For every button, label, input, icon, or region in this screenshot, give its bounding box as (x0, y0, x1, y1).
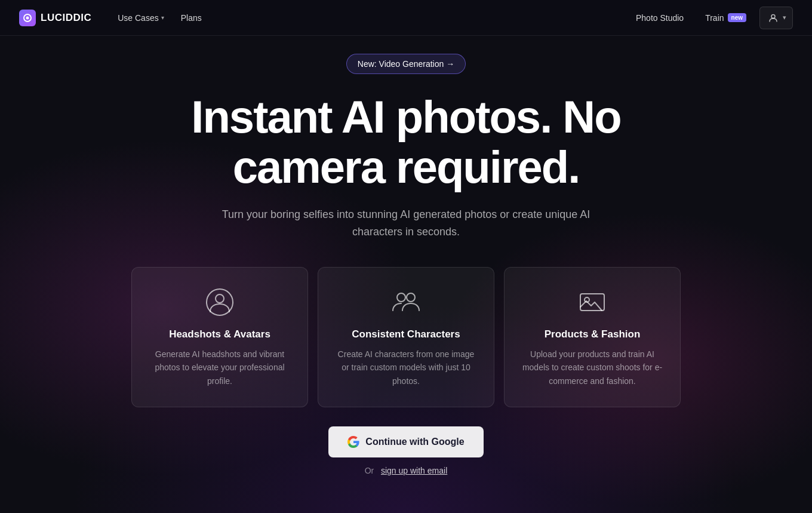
feature-cards: Headshots & Avatars Generate AI headshot… (131, 267, 681, 407)
card-products-desc: Upload your products and train AI models… (521, 348, 663, 388)
card-headshots-title: Headshots & Avatars (169, 328, 270, 340)
nav-item-use-cases[interactable]: Use Cases ▾ (110, 10, 171, 26)
chevron-down-icon: ▾ (161, 14, 164, 21)
chevron-down-icon: ▾ (783, 14, 786, 21)
nav-links: Use Cases ▾ Plans (110, 10, 209, 26)
card-products: Products & Fashion Upload your products … (504, 267, 681, 407)
card-products-title: Products & Fashion (545, 328, 641, 340)
google-icon (347, 436, 359, 448)
svg-point-5 (397, 293, 405, 302)
signup-alt-text: Or sign up with email (365, 466, 448, 475)
logo[interactable]: LUCIDDIC (19, 10, 91, 26)
user-icon (766, 11, 780, 25)
card-headshots: Headshots & Avatars Generate AI headshot… (131, 267, 308, 407)
card-characters-title: Consistent Characters (352, 328, 460, 340)
photo-studio-link[interactable]: Photo Studio (628, 10, 692, 26)
people-icon (390, 287, 422, 318)
svg-point-1 (26, 16, 29, 19)
card-characters-desc: Create AI characters from one image or t… (335, 348, 477, 388)
svg-point-6 (407, 293, 415, 302)
train-button[interactable]: Train new (697, 10, 755, 26)
promo-banner[interactable]: New: Video Generation → (346, 54, 466, 74)
user-menu-button[interactable]: ▾ (759, 7, 793, 29)
new-badge: new (728, 13, 746, 22)
person-circle-icon (204, 287, 235, 318)
card-characters: Consistent Characters Create AI characte… (318, 267, 494, 407)
signup-email-link[interactable]: sign up with email (381, 466, 447, 475)
hero-heading: Instant AI photos. No camera required. (137, 92, 675, 192)
main-content: New: Video Generation → Instant AI photo… (0, 36, 812, 475)
navbar-right: Photo Studio Train new ▾ (628, 7, 793, 29)
svg-point-4 (216, 294, 224, 303)
image-icon (577, 287, 608, 318)
logo-icon (19, 10, 36, 26)
card-headshots-desc: Generate AI headshots and vibrant photos… (149, 348, 291, 388)
hero-subtext: Turn your boring selfies into stunning A… (221, 206, 591, 241)
logo-text: LUCIDDIC (41, 12, 91, 24)
svg-point-2 (771, 14, 775, 18)
google-signin-button[interactable]: Continue with Google (328, 426, 483, 457)
navbar: LUCIDDIC Use Cases ▾ Plans Photo Studio … (0, 0, 812, 36)
nav-item-plans[interactable]: Plans (174, 10, 209, 26)
navbar-left: LUCIDDIC Use Cases ▾ Plans (19, 10, 209, 26)
svg-rect-7 (580, 294, 604, 311)
